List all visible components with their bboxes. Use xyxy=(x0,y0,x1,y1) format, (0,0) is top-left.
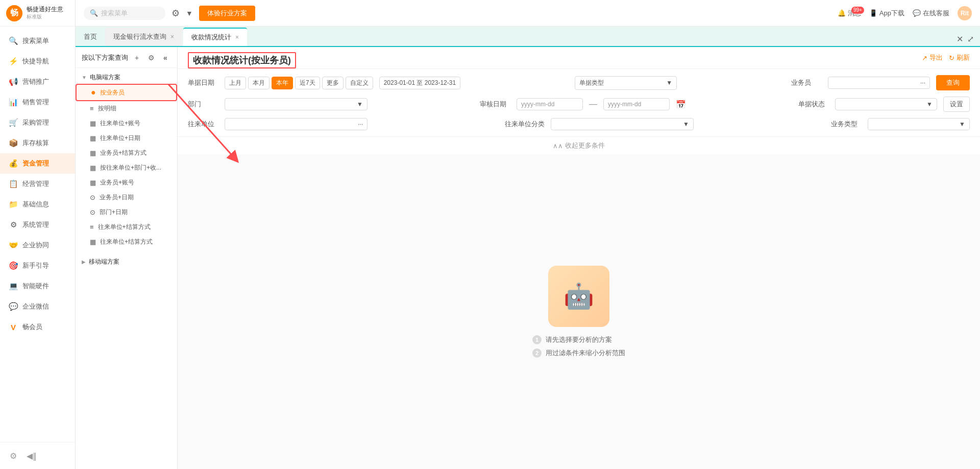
scheme-sp-date-label: 业务员+日期 xyxy=(100,193,134,202)
mobile-group-title[interactable]: ▶ 移动端方案 xyxy=(76,255,177,268)
scheme-item-unit-account[interactable]: ▦ 往来单位+账号 xyxy=(76,116,177,131)
document-type-label: 单据类型 xyxy=(579,79,604,87)
panel-collapse-btn[interactable]: « xyxy=(160,52,171,63)
counterpart-category-select[interactable]: ▼ xyxy=(551,118,694,130)
status-dropdown-icon: ▼ xyxy=(926,101,933,108)
scheme-item-salesperson-settlement[interactable]: ▦ 业务员+结算方式 xyxy=(76,146,177,160)
mobile-group-label: 移动端方案 xyxy=(89,257,119,266)
panel-add-btn[interactable]: + xyxy=(131,52,142,63)
page-header: 收款情况统计(按业务员) ↗ 导出 ↻ 刷新 xyxy=(178,47,980,69)
sidebar-item-shortcut[interactable]: ⚡ 快捷导航 xyxy=(0,51,75,72)
page-title: 收款情况统计(按业务员) xyxy=(188,52,296,68)
scheme-unit-account-label: 往来单位+账号 xyxy=(100,119,140,128)
review-date-from[interactable]: yyyy-mm-dd xyxy=(517,98,583,110)
topbar-settings-icon[interactable]: ⚙ xyxy=(172,8,180,19)
topbar-search-box[interactable]: 🔍 搜索菜单 xyxy=(84,7,165,20)
settings-button[interactable]: 设置 xyxy=(943,97,970,112)
review-date-to[interactable]: yyyy-mm-dd xyxy=(603,98,670,110)
scheme-item-salesperson-account[interactable]: ▦ 业务员+账号 xyxy=(76,175,177,190)
sidebar-item-member-label: 畅会员 xyxy=(22,322,42,332)
sidebar-item-purchase[interactable]: 🛒 采购管理 xyxy=(0,112,75,133)
member-icon: V xyxy=(8,322,18,332)
topbar: 🔍 搜索菜单 ⚙ ▼ 体验行业方案 🔔 消息 99+ 📱 App下载 xyxy=(76,0,980,27)
query-button[interactable]: 查询 xyxy=(936,75,970,90)
app-download-btn[interactable]: 📱 App下载 xyxy=(869,9,904,18)
date-btn-custom[interactable]: 自定义 xyxy=(346,77,373,89)
tab-bank-flow[interactable]: 现金银行流水查询 × xyxy=(105,28,182,46)
scheme-item-salesperson-date[interactable]: ⊙ 业务员+日期 xyxy=(76,190,177,205)
tabs-bar-right: ✕ ⤢ xyxy=(957,34,980,46)
empty-tip-2: 2 用过滤条件来缩小分析范围 xyxy=(532,348,625,358)
topbar-dropdown-icon[interactable]: ▼ xyxy=(186,9,193,17)
notification-btn[interactable]: 🔔 消息 99+ xyxy=(838,9,861,18)
dept-select[interactable]: ▼ xyxy=(225,98,368,110)
tab-maximize-icon[interactable]: ⤢ xyxy=(967,34,974,44)
sidebar-item-system-label: 系统管理 xyxy=(22,220,49,229)
tab-bank-flow-close[interactable]: × xyxy=(170,33,174,40)
desktop-group-title[interactable]: ▼ 电脑端方案 xyxy=(76,71,177,84)
calendar-icon-from[interactable]: 📅 xyxy=(676,100,686,109)
scheme-unit-date-icon: ▦ xyxy=(90,134,96,142)
sidebar-item-inventory[interactable]: 📦 库存核算 xyxy=(0,133,75,153)
export-btn[interactable]: ↗ 导出 xyxy=(922,53,943,62)
sidebar-item-marketing[interactable]: 📢 营销推广 xyxy=(0,72,75,92)
date-btn-last-month[interactable]: 上月 xyxy=(225,77,246,89)
scheme-item-dept-date[interactable]: ⊙ 部门+日期 xyxy=(76,205,177,220)
sidebar-item-wechat[interactable]: 💬 企业微信 xyxy=(0,296,75,317)
date-btn-this-month[interactable]: 本月 xyxy=(248,77,270,89)
empty-robot-icon: 🤖 xyxy=(548,266,609,327)
counterpart-category-dropdown-icon: ▼ xyxy=(683,121,689,128)
sidebar-item-search[interactable]: 🔍 搜索菜单 xyxy=(0,31,75,51)
online-service-btn[interactable]: 💬 在线客服 xyxy=(913,9,949,18)
user-avatar[interactable]: Rit xyxy=(958,6,972,20)
right-content: 收款情况统计(按业务员) ↗ 导出 ↻ 刷新 xyxy=(178,47,980,469)
scheme-sp-settlement-label: 业务员+结算方式 xyxy=(100,149,146,157)
sidebar-item-guide[interactable]: 🎯 新手引导 xyxy=(0,255,75,276)
logo-name: 畅捷通好生意 xyxy=(27,6,63,14)
footer-settings-icon[interactable]: ⚙ xyxy=(6,449,20,463)
sales-icon: 📊 xyxy=(8,97,18,107)
sidebar-item-sales[interactable]: 📊 销售管理 xyxy=(0,92,75,112)
sidebar-item-system[interactable]: ⚙ 系统管理 xyxy=(0,215,75,235)
scheme-unit-s2-icon: ▦ xyxy=(90,238,96,246)
scheme-item-by-salesperson[interactable]: ● 按业务员 xyxy=(76,84,177,101)
tab-collection-stats-close[interactable]: × xyxy=(235,34,239,41)
sidebar-item-hardware[interactable]: 💻 智能硬件 xyxy=(0,276,75,296)
sidebar-item-member[interactable]: V 畅会员 xyxy=(0,317,75,337)
date-btn-this-year[interactable]: 本年 xyxy=(272,77,293,89)
operation-icon: 📋 xyxy=(8,179,18,189)
salesperson-select[interactable]: ··· xyxy=(828,77,930,89)
tip-num-2: 2 xyxy=(532,348,542,358)
footer-collapse-icon[interactable]: ◀‖ xyxy=(24,449,39,463)
counterpart-category-label: 往来单位分类 xyxy=(505,120,545,129)
scheme-item-unit-settlement2[interactable]: ▦ 往来单位+结算方式 xyxy=(76,235,177,249)
date-separator: — xyxy=(589,100,597,109)
document-type-select[interactable]: 单据类型 ▼ xyxy=(575,76,677,90)
scheme-item-unit-date[interactable]: ▦ 往来单位+日期 xyxy=(76,131,177,146)
refresh-btn[interactable]: ↻ 刷新 xyxy=(949,53,970,62)
tab-collection-stats[interactable]: 收款情况统计 × xyxy=(183,28,247,46)
sidebar-item-operation[interactable]: 📋 经营管理 xyxy=(0,174,75,194)
scheme-item-by-detail[interactable]: ≡ 按明细 xyxy=(76,101,177,116)
mobile-scheme-group: ▶ 移动端方案 xyxy=(76,252,177,271)
date-btn-more[interactable]: 更多 xyxy=(322,77,344,89)
trial-button[interactable]: 体验行业方案 xyxy=(199,6,255,21)
panel-settings-btn[interactable]: ⚙ xyxy=(145,52,157,63)
tab-home[interactable]: 首页 xyxy=(76,28,105,46)
status-select[interactable]: ▼ xyxy=(835,98,937,110)
business-type-select[interactable]: ▼ xyxy=(868,118,970,130)
filter-row-2: 部门 ▼ 审核日期 yyyy-mm-dd — yyyy-mm-dd xyxy=(188,97,970,112)
collapse-bar[interactable]: ∧∧ 收起更多条件 xyxy=(178,136,980,154)
sidebar-item-enterprise[interactable]: 🤝 企业协同 xyxy=(0,235,75,255)
topbar-right: 🔔 消息 99+ 📱 App下载 💬 在线客服 Rit xyxy=(838,6,972,20)
sidebar-item-operation-label: 经营管理 xyxy=(22,179,49,189)
counterpart-select[interactable]: ··· xyxy=(225,118,368,130)
date-btn-7days[interactable]: 近7天 xyxy=(295,77,320,89)
sidebar-item-finance[interactable]: 💰 资金管理 xyxy=(0,153,75,174)
scheme-item-unit-settlement1[interactable]: ≡ 往来单位+结算方式 xyxy=(76,220,177,235)
topbar-left: 🔍 搜索菜单 ⚙ ▼ 体验行业方案 xyxy=(84,6,255,21)
salesperson-filter-label: 业务员 xyxy=(791,78,822,87)
scheme-item-unit-dept-collection[interactable]: ▦ 按往来单位+部门+收... xyxy=(76,160,177,175)
tab-close-all-icon[interactable]: ✕ xyxy=(957,34,963,44)
sidebar-item-basic[interactable]: 📁 基础信息 xyxy=(0,194,75,215)
